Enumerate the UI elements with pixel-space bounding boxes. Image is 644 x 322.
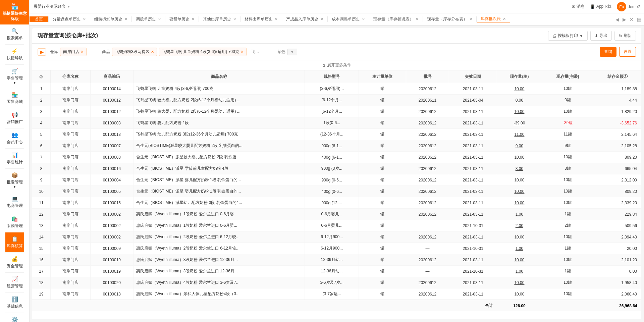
tab-close-t5[interactable]: ✕ bbox=[233, 17, 236, 21]
filter-warehouse-close-icon[interactable]: ✕ bbox=[80, 50, 84, 54]
table-col-header-2[interactable]: 商品编码 bbox=[90, 70, 133, 83]
tab-t11[interactable]: 库存批次账✕ bbox=[477, 16, 510, 22]
tabs-next-icon[interactable]: ▶ bbox=[621, 16, 628, 23]
row-unit: 罐 bbox=[359, 174, 406, 186]
row-qty-main[interactable]: 0.00 bbox=[497, 95, 542, 106]
row-qty-main[interactable]: 10.00 bbox=[497, 288, 542, 300]
filter-goods-ellipsis[interactable]: … bbox=[264, 49, 273, 55]
sidebar-item-operations[interactable]: 📈 经营管理 bbox=[5, 273, 24, 293]
table-col-header-3[interactable]: 商品名称 bbox=[133, 70, 305, 83]
sidebar-item-retail-stats[interactable]: 📊 零售统计 bbox=[5, 149, 24, 169]
table-col-header-5[interactable]: 主计量单位 bbox=[359, 70, 406, 83]
filter-goods-1-close-icon[interactable]: ✕ bbox=[151, 50, 154, 54]
row-batch: — bbox=[406, 220, 449, 231]
sidebar-item-quick-nav[interactable]: ⚡ 快捷导航 bbox=[5, 45, 24, 65]
row-qty-main[interactable]: 10.00 bbox=[497, 231, 542, 243]
tab-t8[interactable]: 成本调整单历史✕ bbox=[328, 16, 369, 22]
filter-goods-2-close-icon[interactable]: ✕ bbox=[240, 50, 244, 54]
print-button[interactable]: 🖨 按模板打印 ▼ bbox=[548, 31, 588, 41]
topbar-account-dropdown[interactable]: 母婴行业演示账套 ▼ bbox=[34, 4, 70, 9]
filter-goods-more[interactable]: 飞… bbox=[249, 48, 262, 56]
row-amount: 809.20 bbox=[594, 186, 641, 197]
table-col-header-8[interactable]: 现存量(主) bbox=[497, 70, 542, 83]
sidebar-item-search[interactable]: 🔍 搜索英单 bbox=[5, 24, 24, 45]
filter-color-select[interactable]: ▼ bbox=[287, 49, 297, 55]
tabs-close-icon[interactable]: ✕ bbox=[628, 16, 635, 23]
filter-expand-toggle[interactable]: ▶ bbox=[38, 48, 46, 56]
sidebar-item-retail-mall[interactable]: 🏪 零售商城 bbox=[5, 88, 24, 108]
export-button[interactable]: ⬇ 导出 bbox=[590, 31, 612, 41]
table-col-header-1[interactable]: 仓库名称 bbox=[50, 70, 90, 83]
refresh-button[interactable]: ↻ 刷新 bbox=[614, 31, 636, 41]
row-qty-main[interactable]: 3.00 bbox=[497, 163, 542, 174]
query-button[interactable]: 查询 bbox=[600, 47, 616, 57]
tab-close-t7[interactable]: ✕ bbox=[320, 17, 323, 21]
tabs-prev-icon[interactable]: ◀ bbox=[614, 16, 621, 23]
row-qty-main[interactable]: 10.00 bbox=[497, 277, 542, 288]
tab-close-t3[interactable]: ✕ bbox=[158, 17, 161, 21]
tab-close-t11[interactable]: ✕ bbox=[503, 17, 506, 21]
row-code: 00100005 bbox=[90, 186, 133, 197]
table-col-header-10[interactable]: 结存金额① bbox=[594, 70, 641, 83]
tab-close-t2[interactable]: ✕ bbox=[124, 17, 127, 21]
row-qty-main[interactable]: 10.00 bbox=[497, 174, 542, 186]
row-qty-main[interactable]: 10.00 bbox=[497, 83, 542, 95]
tab-t2[interactable]: 组装拆卸单历史✕ bbox=[90, 16, 132, 22]
sidebar-item-finance[interactable]: 💰 资金管理 bbox=[5, 253, 24, 273]
purchase-icon: 🛍️ bbox=[11, 216, 18, 222]
tab-t6[interactable]: 材料出库单历史✕ bbox=[240, 16, 282, 22]
tab-close-t9[interactable]: ✕ bbox=[416, 17, 419, 21]
tab-t10[interactable]: 现存量（库存分布表）✕ bbox=[423, 16, 477, 22]
table-col-header-6[interactable]: 批号 bbox=[406, 70, 449, 83]
filter-goods-tag-2[interactable]: 飞鹤星飞帆 儿童奶粉 4段(3-6岁适用) 700克 ✕ bbox=[159, 48, 247, 56]
sidebar-item-member[interactable]: 👥 会员中心 bbox=[5, 128, 24, 149]
sidebar-item-basic[interactable]: ℹ️ 基础信息 bbox=[5, 293, 24, 313]
tab-close-t6[interactable]: ✕ bbox=[275, 17, 278, 21]
topbar-app-download[interactable]: 📱 App下载 bbox=[590, 4, 611, 9]
sidebar-item-purchase[interactable]: 🛍️ 采购管理 bbox=[5, 212, 24, 232]
filter-warehouse-tag[interactable]: 南岸门店 ✕ bbox=[60, 48, 87, 56]
sidebar-item-inventory[interactable]: 📋 库存核算 bbox=[5, 232, 24, 253]
row-qty-main[interactable]: 10.00 bbox=[497, 254, 542, 266]
row-qty-main[interactable]: 11.00 bbox=[497, 129, 542, 140]
sidebar-item-marketing[interactable]: 📢 营销推广 bbox=[5, 108, 24, 128]
row-qty-main[interactable]: 10.00 bbox=[497, 186, 542, 197]
tab-t3[interactable]: 调拨单历史✕ bbox=[132, 16, 165, 22]
tab-close-t8[interactable]: ✕ bbox=[362, 17, 365, 21]
sidebar-item-ecommerce[interactable]: 💻 电商管理 bbox=[5, 192, 24, 212]
sidebar-item-retail[interactable]: 🛒 零售管理 ▼ bbox=[5, 65, 24, 88]
row-qty-main[interactable]: 1.00 bbox=[497, 266, 542, 277]
sidebar-item-batch[interactable]: 📦 批发管理 ▼ bbox=[5, 169, 24, 192]
topbar-user[interactable]: Ea demo2 bbox=[617, 2, 640, 11]
tab-t7[interactable]: 产成品入库单历史✕ bbox=[282, 16, 328, 22]
expand-conditions-button[interactable]: ⊻ 展开更多条件 bbox=[323, 62, 351, 68]
tab-close-t4[interactable]: ✕ bbox=[192, 17, 195, 21]
table-col-header-9[interactable]: 现存量(包装) bbox=[542, 70, 594, 83]
filter-goods-tag-1[interactable]: 飞鹤奶粉3段两提装 ✕ bbox=[112, 48, 157, 56]
row-qty-main[interactable]: 1.00 bbox=[497, 243, 542, 254]
tabs-menu-icon[interactable]: ▤ bbox=[636, 16, 643, 23]
tab-close-t1[interactable]: ✕ bbox=[83, 17, 86, 21]
tab-t1[interactable]: 分量盘点单历史✕ bbox=[49, 16, 90, 22]
filter-warehouse-more[interactable]: … bbox=[89, 49, 98, 55]
table-col-header-4[interactable]: 规格型号 bbox=[305, 70, 359, 83]
row-qty-main[interactable]: 9.00 bbox=[497, 140, 542, 152]
settings-button[interactable]: 设置 bbox=[619, 47, 636, 57]
tab-t9[interactable]: 现存量（库存状况表）✕ bbox=[369, 16, 423, 22]
topbar-message[interactable]: ✉ 消息 bbox=[572, 4, 585, 9]
table-col-header-0: ⚙ bbox=[32, 70, 50, 83]
tab-t4[interactable]: 要货单历史✕ bbox=[165, 16, 199, 22]
table-settings-icon[interactable]: ⚙ bbox=[39, 74, 43, 79]
sidebar-item-system[interactable]: ⚙️ 系统管理 bbox=[5, 313, 24, 322]
row-qty-main[interactable]: 10.00 bbox=[497, 106, 542, 117]
tab-t5[interactable]: 其他出库单历史✕ bbox=[199, 16, 240, 22]
tab-close-t10[interactable]: ✕ bbox=[469, 17, 472, 21]
row-qty-main[interactable]: 10.00 bbox=[497, 152, 542, 163]
row-qty-main[interactable]: -39.00 bbox=[497, 117, 542, 129]
row-qty-main[interactable]: 10.00 bbox=[497, 197, 542, 209]
table-col-header-7[interactable]: 失效日期 bbox=[449, 70, 497, 83]
row-spec: 900g (0-6... bbox=[305, 174, 359, 186]
tab-home[interactable]: 首页 bbox=[30, 16, 49, 22]
row-qty-main[interactable]: 2.00 bbox=[497, 220, 542, 231]
row-qty-main[interactable]: 1.00 bbox=[497, 209, 542, 220]
